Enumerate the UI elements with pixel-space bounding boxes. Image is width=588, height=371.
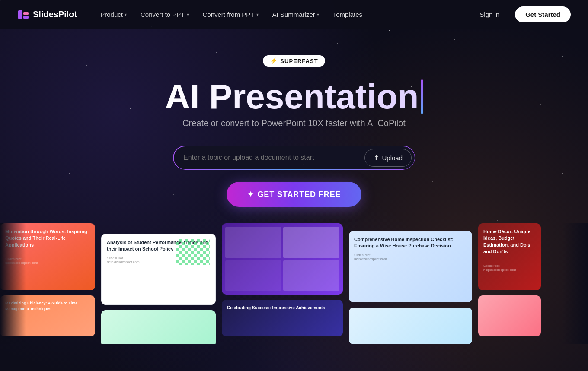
hero-title-text: AI Presentation xyxy=(165,79,419,115)
logo[interactable]: SlidesPilot xyxy=(17,9,77,21)
sign-in-button[interactable]: Sign in xyxy=(471,7,508,22)
superfast-badge: ⚡ SUPERFAST xyxy=(263,55,325,67)
card-title-inspection: Comprehensive Home Inspection Checklist:… xyxy=(354,236,467,250)
cta-container: ✦ GET STARTED FREE xyxy=(0,182,588,207)
card-title-time: Maximizing Efficiency: A Guide to Time M… xyxy=(5,301,90,311)
nav-label-convert-from: Convert from PPT xyxy=(203,11,255,18)
nav-item-templates[interactable]: Templates xyxy=(327,7,368,22)
chevron-icon-convert-to: ▾ xyxy=(187,12,189,17)
logo-icon xyxy=(17,9,29,21)
preview-col-4: Comprehensive Home Inspection Checklist:… xyxy=(349,223,472,344)
preview-card-purple xyxy=(222,223,343,295)
preview-col-2: Analysis of Student Performance Trends a… xyxy=(101,223,216,344)
slide-mini-2 xyxy=(283,227,339,258)
svg-rect-2 xyxy=(23,16,29,19)
svg-rect-1 xyxy=(23,12,29,15)
slide-mini-4 xyxy=(283,260,339,292)
previews-section: Motivation through Words: Inspiring Quot… xyxy=(0,223,588,344)
preview-card-celebration: Celebrating Success: Impressive Achievem… xyxy=(222,300,343,336)
preview-card-student-2 xyxy=(101,310,216,344)
navbar: SlidesPilot Product ▾ Convert to PPT ▾ C… xyxy=(0,0,588,29)
slide-mini-1 xyxy=(225,227,281,258)
card-footer-motivation: SlidesPilothelp@slidespilot.com xyxy=(5,257,90,265)
nav-label-ai-summarizer: AI Summarizer xyxy=(272,11,315,18)
nav-label-product: Product xyxy=(100,11,123,18)
search-container: ⬆ Upload xyxy=(0,146,588,170)
slide-mini-3 xyxy=(225,260,281,292)
preview-card-inspection-2 xyxy=(349,308,472,344)
nav-right: Sign in Get Started xyxy=(471,6,571,22)
hero-section: ⚡ SUPERFAST AI Presentation Create or co… xyxy=(0,29,588,207)
preview-card-darkred: Home Décor: Unique Ideas, Budget Estimat… xyxy=(478,223,541,290)
card-footer-homedecor: SlidesPilothelp@slidespilot.com xyxy=(483,264,536,272)
nav-item-product[interactable]: Product ▾ xyxy=(94,7,133,22)
svg-rect-0 xyxy=(18,10,22,19)
upload-button[interactable]: ⬆ Upload xyxy=(364,149,412,167)
search-bar: ⬆ Upload xyxy=(173,146,415,170)
preview-col-5: Home Décor: Unique Ideas, Budget Estimat… xyxy=(478,223,541,336)
nav-label-templates: Templates xyxy=(333,11,362,18)
cta-label: GET STARTED FREE xyxy=(257,190,341,199)
preview-card-student: Analysis of Student Performance Trends a… xyxy=(101,234,216,305)
get-started-button[interactable]: Get Started xyxy=(515,6,571,22)
nav-item-convert-to[interactable]: Convert to PPT ▾ xyxy=(134,7,195,22)
slide-grid xyxy=(225,227,339,291)
chevron-icon-ai-summarizer: ▾ xyxy=(317,12,319,17)
hero-title: AI Presentation xyxy=(0,79,588,115)
nav-label-convert-to: Convert to PPT xyxy=(141,11,185,18)
search-input[interactable] xyxy=(183,154,364,162)
logo-text: SlidesPilot xyxy=(33,10,77,19)
nav-links: Product ▾ Convert to PPT ▾ Convert from … xyxy=(94,7,368,22)
chevron-icon-convert-from: ▾ xyxy=(256,12,259,17)
card-title-motivation: Motivation through Words: Inspiring Quot… xyxy=(5,228,90,248)
nav-item-ai-summarizer[interactable]: AI Summarizer ▾ xyxy=(266,7,325,22)
preview-card-motivation-2: Maximizing Efficiency: A Guide to Time M… xyxy=(0,295,95,336)
preview-card-motivation: Motivation through Words: Inspiring Quot… xyxy=(0,223,95,290)
card-title-celebration: Celebrating Success: Impressive Achievem… xyxy=(227,305,338,311)
nav-item-convert-from[interactable]: Convert from PPT ▾ xyxy=(197,7,265,22)
nav-left: SlidesPilot Product ▾ Convert to PPT ▾ C… xyxy=(17,7,368,22)
hero-cursor xyxy=(421,79,423,114)
sparkle-icon: ✦ xyxy=(247,190,254,199)
search-bar-wrapper: ⬆ Upload xyxy=(173,146,415,170)
preview-card-inspection: Comprehensive Home Inspection Checklist:… xyxy=(349,231,472,302)
preview-card-pink xyxy=(478,295,541,336)
upload-label: Upload xyxy=(382,154,403,162)
cta-button[interactable]: ✦ GET STARTED FREE xyxy=(227,182,362,207)
card-footer-inspection: SlidesPilothelp@slidespilot.com xyxy=(354,253,467,261)
bolt-icon: ⚡ xyxy=(270,57,278,64)
previews-row: Motivation through Words: Inspiring Quot… xyxy=(0,223,588,344)
chevron-icon-product: ▾ xyxy=(125,12,127,17)
badge-text: SUPERFAST xyxy=(280,58,318,64)
hero-subtitle: Create or convert to PowerPoint 10X fast… xyxy=(0,118,588,128)
preview-col-1: Motivation through Words: Inspiring Quot… xyxy=(0,223,95,336)
preview-col-3: Celebrating Success: Impressive Achievem… xyxy=(222,223,343,336)
upload-icon: ⬆ xyxy=(374,154,379,162)
checker-pattern xyxy=(176,239,210,265)
card-title-homedecor: Home Décor: Unique Ideas, Budget Estimat… xyxy=(483,228,536,255)
